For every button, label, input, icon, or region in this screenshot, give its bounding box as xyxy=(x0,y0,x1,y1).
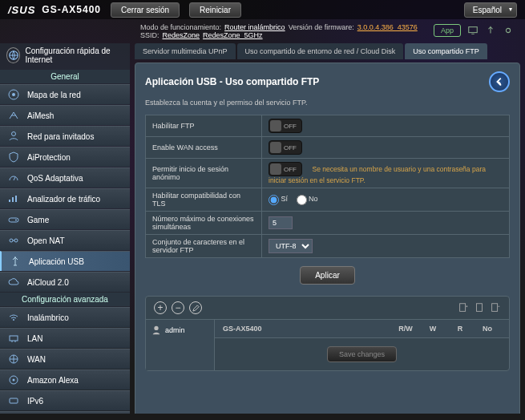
brand-logo: /SUS xyxy=(8,4,35,16)
col-no: No xyxy=(474,325,501,333)
sidebar-item-wireless[interactable]: Inalámbrico xyxy=(0,307,130,327)
doc-icon[interactable] xyxy=(474,302,485,313)
user-panel: + − admin xyxy=(145,296,510,371)
row-enable-wan-label: Enable WAN access xyxy=(146,137,262,159)
svg-point-4 xyxy=(12,93,15,96)
charset-select[interactable]: UTF-8 xyxy=(269,239,313,253)
app-badge[interactable]: App xyxy=(434,24,461,37)
wan-icon xyxy=(6,352,21,366)
section-general: General xyxy=(0,70,130,83)
chart-icon xyxy=(6,192,21,206)
gauge-icon xyxy=(6,171,21,185)
sidebar-item-label: Mapa de la red xyxy=(27,91,81,99)
user-entry[interactable]: admin xyxy=(151,325,209,336)
sidebar-item-wan[interactable]: WAN xyxy=(0,349,130,369)
enable-ftp-toggle[interactable]: OFF xyxy=(269,119,302,133)
sidebar-item-qos[interactable]: QoS Adaptativa xyxy=(0,168,130,188)
nat-icon xyxy=(6,233,21,248)
maxconn-input[interactable] xyxy=(269,216,293,229)
tls-no-radio[interactable]: No xyxy=(297,195,318,203)
sidebar-item-label: Game xyxy=(27,216,49,224)
sidebar-item-aicloud[interactable]: AiCloud 2.0 xyxy=(0,272,130,292)
mode-value-link[interactable]: Router inalámbrico xyxy=(224,23,285,31)
guest-icon xyxy=(6,129,21,143)
svg-rect-13 xyxy=(10,336,18,341)
edit-user-button[interactable] xyxy=(189,301,202,314)
anon-toggle[interactable]: OFF xyxy=(269,162,302,176)
sidebar-item-opennat[interactable]: Open NAT xyxy=(0,230,130,250)
tab-ftp-share[interactable]: Uso compartido FTP xyxy=(405,43,487,59)
sidebar-item-label: Amazon Alexa xyxy=(27,376,79,385)
sidebar-item-traffic[interactable]: Analizador de tráfico xyxy=(0,188,130,208)
shield-icon xyxy=(6,150,21,164)
sidebar-item-ipv6[interactable]: IPv6 xyxy=(0,390,130,410)
sidebar: Configuración rápida de Internet General… xyxy=(0,43,130,414)
fw-value-link[interactable]: 3.0.0.4.386_43576 xyxy=(357,23,418,31)
row-tls-label: Habilitar compatibilidad con TLS xyxy=(146,188,262,212)
sidebar-item-network-map[interactable]: Mapa de la red xyxy=(0,84,130,104)
svg-rect-0 xyxy=(469,27,478,33)
row-anon-label: Permitir inicio de sesión anónimo xyxy=(146,159,262,188)
svg-rect-24 xyxy=(477,304,483,312)
usb-icon[interactable] xyxy=(485,25,496,36)
lan-icon xyxy=(6,331,21,345)
sidebar-item-label: AiCloud 2.0 xyxy=(27,278,69,287)
logout-button[interactable]: Cerrar sesión xyxy=(111,2,180,18)
tab-media-server[interactable]: Servidor multimedia UPnP xyxy=(135,43,236,59)
svg-rect-7 xyxy=(9,218,18,222)
sidebar-item-alexa[interactable]: Amazon Alexa xyxy=(0,370,130,390)
ftp-panel: Aplicación USB - Uso compartido FTP Esta… xyxy=(135,63,520,414)
quick-setup-label: Configuración rápida de Internet xyxy=(25,46,123,64)
tls-yes-radio[interactable]: Sí xyxy=(269,195,288,203)
enable-wan-toggle[interactable]: OFF xyxy=(269,140,302,155)
tab-network-share[interactable]: Uso compartido de entorno de red / Cloud… xyxy=(237,43,404,59)
network-map-icon xyxy=(6,87,21,102)
save-permissions-button[interactable]: Save changes xyxy=(327,346,397,362)
svg-point-5 xyxy=(12,132,16,136)
remove-user-button[interactable]: − xyxy=(172,301,184,314)
sidebar-item-lan[interactable]: LAN xyxy=(0,328,130,348)
sidebar-item-label: Red para invitados xyxy=(27,132,94,141)
globe-icon xyxy=(6,47,20,63)
ssid-5-link[interactable]: RedesZone_5GHz xyxy=(203,31,263,39)
sidebar-item-label: AiProtection xyxy=(27,153,71,162)
back-button[interactable] xyxy=(489,71,510,92)
sidebar-item-game[interactable]: Game xyxy=(0,209,130,229)
svg-point-12 xyxy=(13,319,14,321)
sidebar-item-label: Inalámbrico xyxy=(27,313,69,322)
link-icon[interactable] xyxy=(503,25,514,36)
doc-add-icon[interactable] xyxy=(458,302,469,313)
add-user-button[interactable]: + xyxy=(154,301,167,314)
ipv6-icon xyxy=(6,394,21,408)
monitor-icon[interactable] xyxy=(467,25,479,36)
sidebar-item-aiprotection[interactable]: AiProtection xyxy=(0,147,130,167)
sidebar-item-vpn[interactable]: VPN xyxy=(0,411,130,414)
sidebar-item-label: AiMesh xyxy=(27,111,54,120)
panel-title: Aplicación USB - Uso compartido FTP xyxy=(145,76,489,87)
disk-name: GS-AX5400 xyxy=(223,325,392,333)
svg-point-9 xyxy=(10,239,13,242)
svg-point-8 xyxy=(15,220,17,221)
apply-button[interactable]: Aplicar xyxy=(300,266,355,285)
sidebar-item-aimesh[interactable]: AiMesh xyxy=(0,105,130,125)
sidebar-item-usb-app[interactable]: Aplicación USB xyxy=(0,251,130,271)
svg-point-10 xyxy=(14,239,18,242)
col-rw: R/W xyxy=(392,325,419,333)
sidebar-item-label: LAN xyxy=(27,334,42,343)
row-charset-label: Conjunto de caracteres en el servidor FT… xyxy=(146,235,262,258)
sidebar-item-guest[interactable]: Red para invitados xyxy=(0,126,130,146)
svg-rect-25 xyxy=(492,304,498,312)
language-select[interactable]: Español xyxy=(464,2,517,18)
ssid-24-link[interactable]: RedesZone xyxy=(163,31,200,39)
mode-label: Modo de funcionamiento: xyxy=(140,23,221,31)
col-w: W xyxy=(419,325,446,333)
reboot-button[interactable]: Reiniciar xyxy=(189,2,241,18)
usb-app-icon xyxy=(8,254,22,269)
sidebar-item-label: QoS Adaptativa xyxy=(27,174,83,183)
wifi-icon xyxy=(6,310,21,325)
sidebar-item-label: Analizador de tráfico xyxy=(27,195,100,204)
doc-remove-icon[interactable] xyxy=(490,302,501,313)
quick-setup[interactable]: Configuración rápida de Internet xyxy=(0,43,130,67)
app-header: /SUS GS-AX5400 Cerrar sesión Reiniciar E… xyxy=(0,0,525,19)
user-name: admin xyxy=(165,326,185,334)
